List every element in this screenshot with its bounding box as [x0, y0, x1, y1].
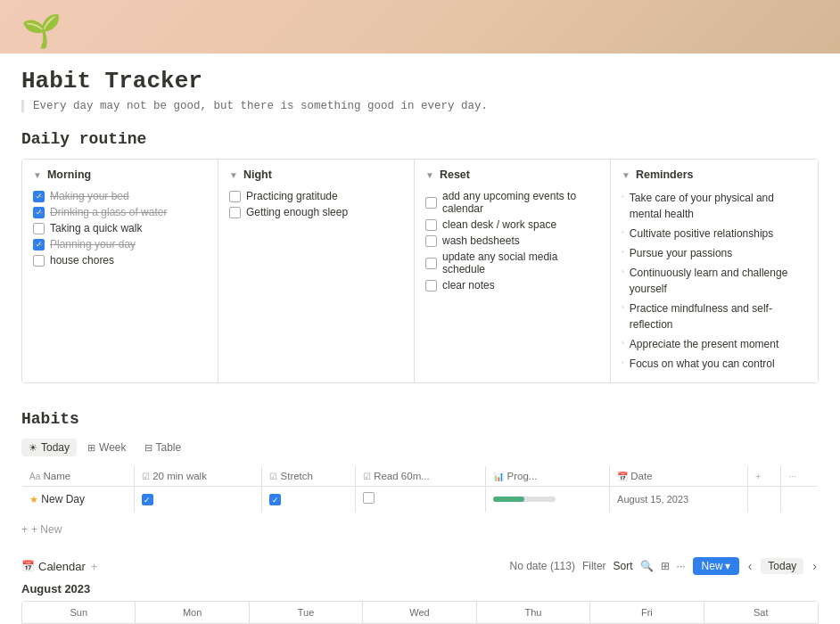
- reminder-text: Pursue your passions: [630, 245, 732, 261]
- item-text: clean desk / work space: [442, 218, 556, 231]
- row-star-icon: ★: [29, 494, 38, 505]
- col-progress: 📊 Prog...: [486, 466, 610, 487]
- calendar-add-icon[interactable]: +: [91, 560, 98, 573]
- checkbox-making-bed[interactable]: ✓: [33, 191, 45, 202]
- read-checkbox[interactable]: [363, 492, 375, 504]
- habits-row: ★ New Day ✓ ✓: [22, 487, 819, 513]
- col-add[interactable]: +: [747, 466, 780, 487]
- item-text: Practicing gratitude: [246, 190, 338, 202]
- item-text: Getting enough sleep: [246, 206, 348, 218]
- prev-month-button[interactable]: ‹: [746, 559, 754, 573]
- reset-label: Reset: [440, 168, 470, 181]
- calendar-tab-label: Calendar: [38, 560, 86, 573]
- routine-item: clean desk / work space: [425, 217, 599, 233]
- morning-collapse-arrow[interactable]: ▼: [33, 170, 42, 180]
- tab-week[interactable]: ⊞ Week: [80, 439, 133, 456]
- routine-item: Practicing gratitude: [229, 188, 403, 204]
- col-stretch: ☑ Stretch: [262, 466, 356, 487]
- row-name: New Day: [41, 493, 85, 505]
- checkbox-social-media[interactable]: [425, 258, 437, 269]
- tab-today[interactable]: ☀ Today: [21, 439, 77, 456]
- today-button[interactable]: Today: [761, 558, 803, 574]
- night-collapse-arrow[interactable]: ▼: [229, 170, 238, 180]
- reminders-card: ▼ Reminders ◦ Take care of your physical…: [611, 160, 818, 382]
- routine-item: clear notes: [425, 277, 599, 293]
- checkbox-sleep[interactable]: [229, 207, 241, 218]
- day-header-wed: Wed: [363, 602, 476, 624]
- calendar-left: 📅 Calendar +: [21, 560, 97, 573]
- checkbox-bedsheets[interactable]: [425, 235, 437, 247]
- row-walk-cell[interactable]: ✓: [134, 487, 261, 513]
- new-button[interactable]: New ▾: [693, 557, 739, 575]
- checkbox-house-chores[interactable]: [33, 255, 45, 267]
- reminder-text: Focus on what you can control: [630, 356, 775, 372]
- cal-days-header: Sun Mon Tue Wed Thu Fri Sat: [22, 602, 818, 624]
- page-title: Habit Tracker: [21, 68, 819, 94]
- layout-icon[interactable]: ⊞: [661, 560, 670, 572]
- checkbox-planning-day[interactable]: ✓: [33, 239, 45, 250]
- morning-header: ▼ Morning: [33, 168, 207, 181]
- habits-title: Habits: [21, 410, 819, 428]
- calendar-controls: No date (113) Filter Sort 🔍 ⊞ ··· New ▾ …: [510, 557, 819, 575]
- routine-item: add any upcoming events to calendar: [425, 188, 599, 217]
- stretch-checkbox[interactable]: ✓: [269, 494, 281, 505]
- habits-section: Habits ☀ Today ⊞ Week ⊟ Table Aa Name: [21, 410, 819, 539]
- row-stretch-cell[interactable]: ✓: [262, 487, 356, 513]
- more-icon[interactable]: ···: [677, 560, 686, 572]
- row-read-cell[interactable]: [355, 487, 485, 513]
- routine-item: wash bedsheets: [425, 233, 599, 249]
- bullet-dot: ◦: [622, 267, 624, 277]
- item-text: add any upcoming events to calendar: [442, 190, 599, 215]
- tab-table[interactable]: ⊟ Table: [137, 439, 189, 456]
- bullet-dot: ◦: [622, 192, 624, 202]
- today-icon: ☀: [29, 442, 37, 454]
- reminder-item: ◦ Cultivate positive relationships: [622, 224, 807, 243]
- row-more-col: [781, 487, 819, 513]
- month-title: August 2023: [21, 582, 819, 595]
- row-name-cell[interactable]: ★ New Day: [22, 487, 135, 513]
- filter-button[interactable]: Filter: [582, 560, 606, 572]
- night-card: ▼ Night Practicing gratitude Getting eno…: [218, 160, 415, 382]
- reminder-item: ◦ Practice mindfulness and self-reflecti…: [622, 299, 807, 334]
- reset-collapse-arrow[interactable]: ▼: [425, 170, 434, 180]
- walk-checkbox[interactable]: ✓: [142, 494, 153, 505]
- item-text: Taking a quick walk: [50, 222, 142, 234]
- page-content: Habit Tracker Every day may not be good,…: [0, 68, 840, 624]
- week-tab-label: Week: [99, 441, 126, 454]
- item-text: Planning your day: [50, 238, 136, 250]
- reminder-item: ◦ Focus on what you can control: [622, 354, 807, 374]
- checkbox-clean-desk[interactable]: [425, 219, 437, 231]
- calendar-tab[interactable]: 📅 Calendar: [21, 560, 86, 573]
- reminder-item: ◦ Appreciate the present moment: [622, 334, 807, 354]
- reminder-text: Take care of your physical and mental he…: [630, 190, 807, 222]
- reminder-text: Appreciate the present moment: [630, 336, 778, 352]
- daily-routine-title: Daily routine: [21, 130, 819, 148]
- routine-item: Getting enough sleep: [229, 204, 403, 220]
- checkbox-gratitude[interactable]: [229, 191, 241, 202]
- checkbox-clear-notes[interactable]: [425, 280, 437, 291]
- reminder-item: ◦ Take care of your physical and mental …: [622, 188, 807, 224]
- add-new-row[interactable]: + + New: [21, 520, 819, 539]
- sort-button[interactable]: Sort: [614, 560, 633, 572]
- day-header-sun: Sun: [22, 602, 136, 624]
- bullet-dot: ◦: [622, 302, 624, 313]
- col-read: ☑ Read 60m...: [355, 466, 485, 487]
- reminder-text: Cultivate positive relationships: [630, 226, 773, 242]
- item-text: clear notes: [442, 279, 495, 291]
- today-tab-label: Today: [41, 441, 70, 454]
- bullet-dot: ◦: [622, 338, 624, 349]
- col-date: 📅 Date: [610, 466, 748, 487]
- top-banner: 🌱: [0, 0, 840, 53]
- search-icon[interactable]: 🔍: [640, 560, 654, 572]
- next-month-button[interactable]: ›: [811, 559, 819, 573]
- reminders-collapse-arrow[interactable]: ▼: [622, 170, 630, 180]
- morning-card: ▼ Morning ✓ Making your bed ✓ Drinking a…: [22, 160, 218, 382]
- page-quote: Every day may not be good, but there is …: [21, 100, 819, 112]
- day-header-thu: Thu: [477, 602, 590, 624]
- checkbox-events-calendar[interactable]: [425, 197, 437, 209]
- checkbox-drinking-water[interactable]: ✓: [33, 207, 45, 218]
- checkbox-quick-walk[interactable]: [33, 223, 45, 234]
- add-new-icon: +: [21, 523, 28, 536]
- col-more[interactable]: ···: [781, 466, 819, 487]
- calendar-icon: 📅: [21, 560, 35, 572]
